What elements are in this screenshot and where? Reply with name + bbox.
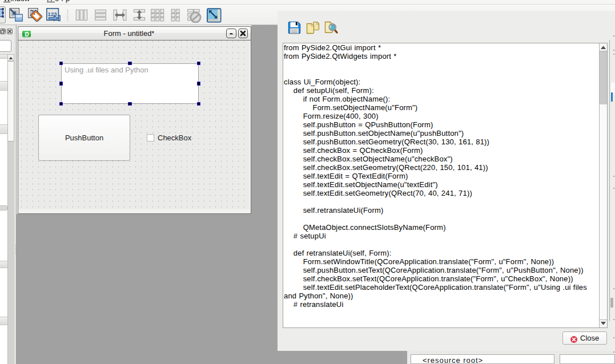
svg-text:123: 123 <box>48 11 57 17</box>
